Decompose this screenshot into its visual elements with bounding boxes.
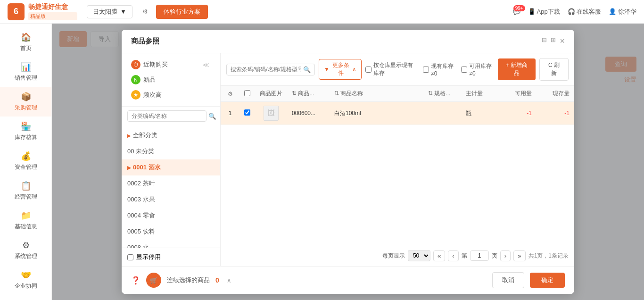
page-number-input[interactable] bbox=[470, 250, 489, 261]
modal-header: 商品参照 ⊟ ⊞ × bbox=[122, 30, 574, 53]
active-expand-icon: ▶ bbox=[127, 165, 131, 170]
show-disabled-label[interactable]: 显示停用 bbox=[136, 253, 161, 261]
warehouse-selector[interactable]: 日太阳膜 ▼ bbox=[87, 5, 132, 18]
quick-new[interactable]: N 新品 bbox=[127, 72, 215, 87]
edition-badge: 精品版 bbox=[28, 12, 77, 20]
page-suffix: 页 bbox=[492, 252, 497, 260]
cat-item-all[interactable]: ▶ 全部分类 bbox=[122, 127, 220, 143]
filter-icon: ▼ bbox=[324, 66, 330, 73]
search-icon[interactable]: 🔍 bbox=[303, 66, 311, 73]
messages-badge[interactable]: 💬 99+ bbox=[513, 8, 520, 15]
purchase-icon: 📦 bbox=[21, 92, 31, 102]
available-stock-filter[interactable]: 可用库存≠0 bbox=[461, 62, 494, 77]
sort-icon: ⇅ bbox=[334, 90, 339, 97]
warehouse-stock-filter[interactable]: 按仓库显示现有库存 bbox=[365, 61, 418, 77]
gear-icon[interactable]: ⚙ bbox=[228, 91, 233, 97]
selected-products-label: 连续选择的商品 bbox=[167, 276, 210, 284]
row-checkbox[interactable] bbox=[244, 109, 250, 116]
modal-expand-icon[interactable]: ⊞ bbox=[551, 36, 556, 46]
category-search-button[interactable]: 🔍 bbox=[208, 110, 216, 122]
headset-icon: 🎧 bbox=[568, 8, 575, 15]
row-stock: -1 bbox=[537, 102, 574, 125]
per-page-select[interactable]: 50 bbox=[408, 250, 430, 261]
sales-icon: 📊 bbox=[21, 62, 31, 72]
refresh-button[interactable]: C 刷新 bbox=[539, 58, 569, 81]
cancel-button[interactable]: 取消 bbox=[492, 272, 524, 288]
new-icon: N bbox=[131, 75, 140, 84]
last-page-button[interactable]: » bbox=[513, 250, 525, 261]
modal-body: ⏱ 近期购买 ≪ N 新品 ★ 频次高 bbox=[122, 53, 574, 266]
sidebar-item-basic-info[interactable]: 📁 基础信息 bbox=[0, 206, 51, 235]
sidebar-item-finance[interactable]: 💰 资金管理 bbox=[0, 146, 51, 176]
cat-item-snack[interactable]: 0004 零食 bbox=[122, 208, 220, 224]
first-page-button[interactable]: « bbox=[433, 250, 445, 261]
collapse-sidebar-btn[interactable]: ≪ bbox=[201, 60, 211, 69]
navbar-right: 💬 99+ 📱 App下载 🎧 在线客服 👤 徐泽华 bbox=[513, 8, 636, 16]
cart-button[interactable]: 🛒 bbox=[146, 273, 161, 288]
modal-close-button[interactable]: × bbox=[560, 36, 565, 46]
chevron-down-icon: ▼ bbox=[120, 8, 126, 15]
trial-button[interactable]: 体验行业方案 bbox=[156, 5, 208, 19]
cat-item-uncategorized[interactable]: 00 未分类 bbox=[122, 143, 220, 159]
category-search-section: 🔍 bbox=[122, 107, 220, 125]
sidebar-item-home[interactable]: 🏠 首页 bbox=[0, 27, 51, 57]
table-row[interactable]: 1 🖼 000600... 白酒100ml bbox=[221, 102, 574, 125]
sidebar-item-sales[interactable]: 📊 销售管理 bbox=[0, 57, 51, 87]
available-stock-checkbox[interactable] bbox=[461, 67, 467, 73]
current-stock-filter[interactable]: 现有库存≠0 bbox=[423, 62, 455, 77]
col-code-header[interactable]: ⇅ 商品... bbox=[287, 86, 330, 102]
product-search-box[interactable]: 🔍 bbox=[226, 64, 315, 75]
sidebar-item-system[interactable]: ⚙ 系统管理 bbox=[0, 235, 51, 265]
product-reference-modal: 商品参照 ⊟ ⊞ × ⏱ 近期购买 ≪ bbox=[122, 30, 574, 294]
category-list: ▶ 全部分类 00 未分类 ▶ 0001 酒水 0002 茶叶 bbox=[122, 125, 220, 248]
row-number: 1 bbox=[221, 102, 239, 125]
product-search-input[interactable] bbox=[231, 66, 301, 73]
online-service-link[interactable]: 🎧 在线客服 bbox=[568, 8, 602, 16]
message-count: 99+ bbox=[513, 5, 525, 11]
prev-page-button[interactable]: ‹ bbox=[448, 250, 458, 261]
col-settings[interactable]: ⚙ bbox=[221, 86, 239, 102]
main-layout: 🏠 首页 📊 销售管理 📦 采购管理 🏪 库存核算 💰 资金管理 📋 经营管理 … bbox=[0, 24, 644, 300]
quick-frequent[interactable]: ★ 频次高 bbox=[127, 87, 215, 102]
warehouse-stock-checkbox[interactable] bbox=[365, 67, 372, 73]
col-unit-header[interactable]: 主计量 bbox=[461, 86, 499, 102]
more-filter-button[interactable]: ▼ 更多条件 ∧ bbox=[319, 59, 362, 80]
operations-icon: 📋 bbox=[21, 181, 31, 191]
current-stock-checkbox[interactable] bbox=[423, 67, 429, 73]
col-image-header: 商品图片 bbox=[255, 86, 287, 102]
select-all-checkbox[interactable] bbox=[244, 90, 250, 96]
settings-icon[interactable]: ⚙ bbox=[138, 5, 152, 19]
show-disabled-section: 显示停用 bbox=[122, 248, 220, 266]
inventory-icon: 🏪 bbox=[21, 121, 31, 132]
sidebar-item-purchase[interactable]: 📦 采购管理 bbox=[0, 87, 51, 117]
user-avatar[interactable]: 👤 徐泽华 bbox=[609, 8, 636, 16]
app-download-link[interactable]: 📱 App下载 bbox=[528, 8, 560, 16]
sidebar-item-guide[interactable]: 📖 新手引导 bbox=[0, 295, 51, 300]
cat-item-tea[interactable]: 0002 茶叶 bbox=[122, 175, 220, 192]
sidebar-item-operations[interactable]: 📋 经营管理 bbox=[0, 176, 51, 206]
basic-info-icon: 📁 bbox=[21, 210, 31, 221]
help-icon[interactable]: ❓ bbox=[131, 276, 140, 285]
footer-collapse-icon[interactable]: ∧ bbox=[227, 277, 231, 284]
sort-icon: ⇅ bbox=[292, 90, 297, 97]
show-disabled-checkbox[interactable] bbox=[127, 254, 133, 260]
next-page-button[interactable]: › bbox=[500, 250, 511, 261]
category-search-input[interactable] bbox=[127, 110, 206, 122]
col-name-header[interactable]: ⇅ 商品名称 bbox=[330, 86, 423, 102]
expand-icon: ▶ bbox=[127, 133, 131, 138]
app-logo: 6 bbox=[8, 3, 25, 20]
row-image-cell: 🖼 bbox=[255, 102, 287, 125]
col-spec-header[interactable]: ⇅ 规格... bbox=[423, 86, 461, 102]
sidebar: 🏠 首页 📊 销售管理 📦 采购管理 🏪 库存核算 💰 资金管理 📋 经营管理 … bbox=[0, 24, 52, 300]
add-product-button[interactable]: + 新增商品 bbox=[498, 58, 536, 80]
sidebar-item-collab[interactable]: 🤝 企业协同 bbox=[0, 265, 51, 295]
confirm-button[interactable]: 确定 bbox=[530, 273, 565, 288]
per-page-label: 每页显示 bbox=[382, 252, 405, 260]
cat-item-water[interactable]: 0008 水 bbox=[122, 240, 220, 248]
modal-minimize-icon[interactable]: ⊟ bbox=[542, 36, 547, 46]
cat-item-liquor[interactable]: ▶ 0001 酒水 bbox=[122, 159, 220, 175]
quick-recent[interactable]: ⏱ 近期购买 ≪ bbox=[127, 57, 215, 72]
cat-item-fruit[interactable]: 0003 水果 bbox=[122, 192, 220, 208]
cat-item-drink[interactable]: 0005 饮料 bbox=[122, 224, 220, 240]
sidebar-item-inventory[interactable]: 🏪 库存核算 bbox=[0, 117, 51, 146]
